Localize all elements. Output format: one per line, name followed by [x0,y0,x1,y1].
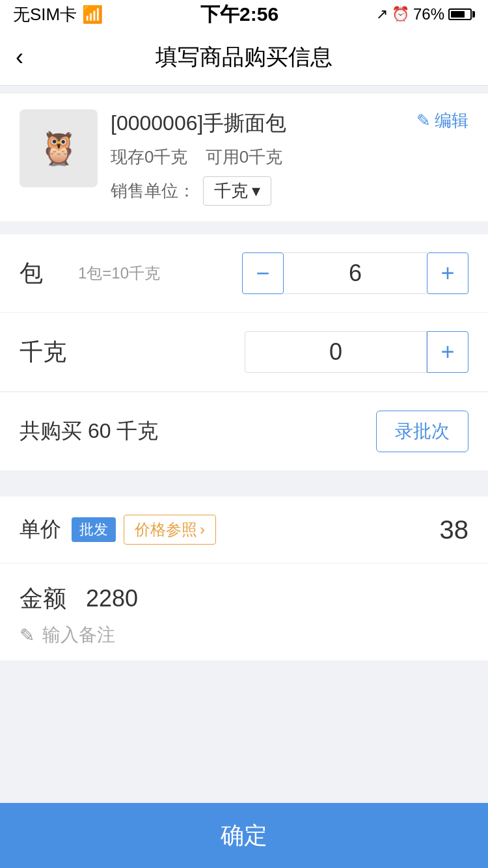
battery-icon [448,8,475,20]
wifi-icon: 📶 [82,5,103,25]
bag-sublabel: 1包=10千克 [78,263,242,284]
product-card: 🦉 [0000006]手撕面包 现存0千克 可用0千克 销售单位： 千克 ▾ ✎… [0,94,488,221]
price-section: 单价 批发 价格参照 › 38 [0,496,488,563]
input-section: 包 1包=10千克 − + 千克 + 共购买 60 千克 录批次 [0,234,488,470]
product-stock: 现存0千克 可用0千克 [111,146,468,169]
amount-row: 金额 2280 [20,583,468,615]
amount-label: 金额 2280 [20,585,138,612]
page-title: 填写商品购买信息 [156,42,332,72]
carrier-text: 无SIM卡 [13,3,77,26]
batch-button[interactable]: 录批次 [376,411,468,452]
price-value: 38 [440,515,469,545]
total-row: 共购买 60 千克 录批次 [0,392,488,470]
bag-quantity-control: − + [242,252,468,294]
kg-input-row: 千克 + [0,313,488,392]
unit-select[interactable]: 千克 ▾ [203,176,271,206]
note-icon: ✎ [20,625,34,646]
unit-label: 销售单位： [111,180,195,202]
kg-plus-button[interactable]: + [427,331,468,373]
bag-quantity-input[interactable] [284,252,427,294]
bag-minus-button[interactable]: − [242,252,284,294]
nav-bar: ‹ 填写商品购买信息 [0,29,488,86]
note-row[interactable]: ✎ 输入备注 [20,623,468,647]
price-ref-label: 价格参照 [135,519,197,540]
total-label: 共购买 60 千克 [20,417,158,446]
confirm-button[interactable]: 确定 [0,803,488,868]
unit-value: 千克 [214,180,248,202]
location-icon: ↗ [376,6,388,23]
content-spacer [0,660,488,803]
price-tag: 批发 [72,517,116,542]
edit-button[interactable]: ✎ 编辑 [416,109,468,132]
price-label: 单价 [20,515,61,544]
status-time: 下午2:56 [200,1,278,28]
section-divider-1 [0,221,488,234]
alarm-icon: ⏰ [392,6,409,23]
kg-label: 千克 [20,336,72,368]
edit-icon: ✎ [416,111,431,131]
price-row: 单价 批发 价格参照 › 38 [0,496,488,563]
bag-input-row: 包 1包=10千克 − + [0,234,488,313]
product-image: 🦉 [20,109,98,187]
product-logo-icon: 🦉 [38,129,79,167]
chevron-right-icon: › [200,521,205,539]
status-right: ↗ ⏰ 76% [376,5,475,23]
note-placeholder: 输入备注 [42,623,115,647]
back-button[interactable]: ‹ [16,44,23,71]
battery-percent: 76% [413,5,444,23]
product-name: [0000006]手撕面包 [111,109,468,138]
kg-quantity-input[interactable] [245,331,427,373]
amount-value: 2280 [86,585,138,612]
bag-plus-button[interactable]: + [427,252,468,294]
price-ref-button[interactable]: 价格参照 › [124,515,216,545]
section-divider-2 [0,470,488,483]
amount-section: 金额 2280 ✎ 输入备注 [0,563,488,660]
chevron-down-icon: ▾ [252,181,260,201]
bag-label: 包 [20,258,72,290]
product-unit-row: 销售单位： 千克 ▾ [111,176,468,206]
kg-quantity-control: + [245,331,468,373]
status-carrier: 无SIM卡 📶 [13,3,103,26]
edit-label: 编辑 [435,109,468,132]
product-info: [0000006]手撕面包 现存0千克 可用0千克 销售单位： 千克 ▾ [111,109,468,206]
available-text: 可用0千克 [206,147,282,167]
status-bar: 无SIM卡 📶 下午2:56 ↗ ⏰ 76% [0,0,488,29]
stock-text: 现存0千克 [111,147,187,167]
